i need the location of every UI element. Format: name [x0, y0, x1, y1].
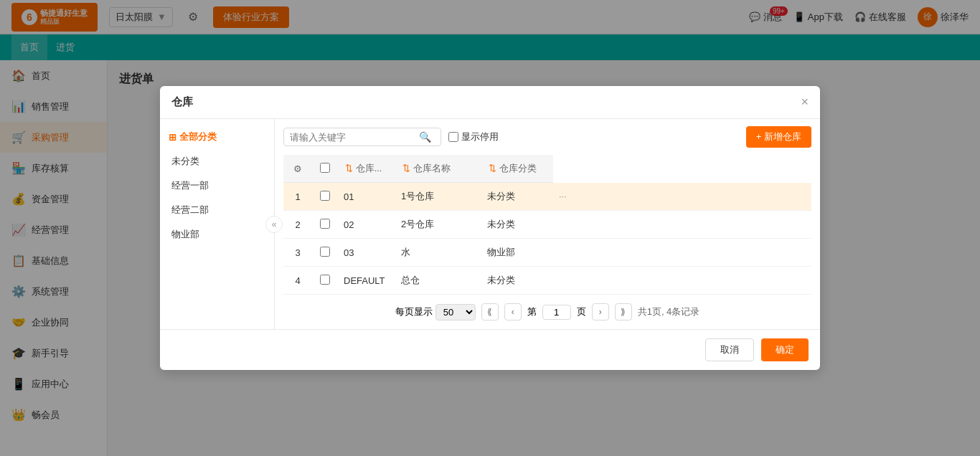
grid-icon: ⊞: [169, 132, 176, 143]
show-disabled-checkbox[interactable]: [448, 132, 458, 142]
row-more-2[interactable]: [553, 211, 811, 239]
row-checkbox-2[interactable]: [320, 219, 330, 229]
add-warehouse-button[interactable]: + 新增仓库: [746, 126, 811, 148]
table-row[interactable]: 2 02 2号仓库 未分类: [283, 211, 811, 239]
search-icon[interactable]: 🔍: [419, 131, 431, 143]
table-row[interactable]: 3 03 水 物业部: [283, 239, 811, 267]
row-gear-1: 1: [283, 183, 312, 211]
select-all-checkbox[interactable]: [320, 163, 330, 173]
row-id-3: 03: [338, 239, 395, 267]
category-panel: ⊞ 全部分类 未分类 经营一部 经营二部 物业部 «: [160, 119, 275, 329]
row-check-1[interactable]: [312, 183, 338, 211]
row-more-1[interactable]: ···: [553, 183, 811, 211]
row-more-3[interactable]: [553, 239, 811, 267]
warehouse-table-body: 1 01 1号仓库 未分类 ··· 2: [283, 183, 811, 295]
per-page-select[interactable]: 50 100: [435, 304, 476, 320]
row-checkbox-4[interactable]: [320, 275, 330, 285]
row-name-1: 1号仓库: [395, 183, 481, 211]
row-cat-2: 未分类: [481, 211, 553, 239]
row-cat-4: 未分类: [481, 267, 553, 295]
modal-overlay: 仓库 × ⊞ 全部分类 未分类 经营一部 经营二部 物业部 «: [0, 0, 980, 456]
modal-header: 仓库 ×: [160, 86, 820, 119]
row-more-4[interactable]: [553, 267, 811, 295]
cancel-button[interactable]: 取消: [705, 338, 754, 361]
modal-body: ⊞ 全部分类 未分类 经营一部 经营二部 物业部 « 🔍: [160, 119, 820, 329]
row-check-3[interactable]: [312, 239, 338, 267]
row-checkbox-3[interactable]: [320, 247, 330, 257]
row-id-2: 02: [338, 211, 395, 239]
th-cat: ⇅ 仓库分类: [481, 155, 553, 183]
row-id-4: DEFAULT: [338, 267, 395, 295]
confirm-button[interactable]: 确定: [761, 338, 809, 361]
row-checkbox-1[interactable]: [320, 191, 330, 201]
table-toolbar: 🔍 显示停用 + 新增仓库: [275, 119, 820, 155]
sort-cat-icon: ⇅: [489, 163, 496, 174]
row-check-4[interactable]: [312, 267, 338, 295]
modal-title: 仓库: [171, 95, 193, 109]
search-box[interactable]: 🔍: [283, 128, 441, 146]
row-cat-1: 未分类: [481, 183, 553, 211]
show-disabled-text: 显示停用: [461, 130, 499, 143]
sort-icon: ⇅: [345, 163, 353, 174]
row-cat-3: 物业部: [481, 239, 553, 267]
table-row[interactable]: 1 01 1号仓库 未分类 ···: [283, 183, 811, 211]
row-check-2[interactable]: [312, 211, 338, 239]
per-page-label: 每页显示: [395, 305, 433, 318]
category-all-label: 全部分类: [179, 130, 217, 143]
next-page-button[interactable]: ›: [592, 303, 609, 320]
th-id-label: 仓库...: [356, 163, 382, 174]
category-ops1[interactable]: 经营一部: [160, 174, 274, 198]
show-disabled-label[interactable]: 显示停用: [448, 130, 499, 143]
table-header-row: ⚙ ⇅ 仓库... ⇅: [283, 155, 811, 183]
last-page-button[interactable]: ⟫: [615, 303, 632, 320]
modal-close-button[interactable]: ×: [801, 95, 809, 110]
warehouse-table: ⚙ ⇅ 仓库... ⇅: [283, 155, 811, 295]
collapse-panel-button[interactable]: «: [265, 216, 283, 233]
content-panel: 🔍 显示停用 + 新增仓库 ⚙: [275, 119, 820, 329]
th-gear: ⚙: [283, 155, 312, 183]
sort-name-icon: ⇅: [402, 163, 410, 174]
category-all[interactable]: ⊞ 全部分类: [160, 125, 274, 149]
th-name: ⇅ 仓库名称: [395, 155, 481, 183]
row-name-3: 水: [395, 239, 481, 267]
page-input[interactable]: [542, 305, 571, 320]
row-gear-3: 3: [283, 239, 312, 267]
search-input[interactable]: [290, 132, 419, 143]
prev-page-button[interactable]: ‹: [504, 303, 522, 320]
pagination: 每页显示 50 100 ⟪ ‹ 第 页 › ⟫ 共1页, 4条记录: [275, 295, 820, 329]
row-name-2: 2号仓库: [395, 211, 481, 239]
total-info: 共1页, 4条记录: [638, 305, 700, 318]
category-unclassified[interactable]: 未分类: [160, 149, 274, 174]
category-property[interactable]: 物业部: [160, 222, 274, 247]
row-name-4: 总仓: [395, 267, 481, 295]
page-unit-label: 页: [577, 305, 586, 318]
first-page-button[interactable]: ⟪: [481, 303, 499, 320]
th-name-label: 仓库名称: [413, 163, 451, 174]
row-gear-4: 4: [283, 267, 312, 295]
th-check: [312, 155, 338, 183]
th-cat-label: 仓库分类: [499, 163, 537, 174]
row-gear-2: 2: [283, 211, 312, 239]
modal-footer: 取消 确定: [160, 329, 820, 370]
warehouse-table-wrap: ⚙ ⇅ 仓库... ⇅: [275, 155, 820, 295]
page-label: 第: [527, 305, 537, 318]
category-ops2[interactable]: 经营二部: [160, 198, 274, 222]
warehouse-modal: 仓库 × ⊞ 全部分类 未分类 经营一部 经营二部 物业部 «: [160, 86, 820, 370]
th-id: ⇅ 仓库...: [338, 155, 395, 183]
per-page-control: 每页显示 50 100: [395, 304, 476, 320]
table-row[interactable]: 4 DEFAULT 总仓 未分类: [283, 267, 811, 295]
row-id-1: 01: [338, 183, 395, 211]
gear-icon: ⚙: [293, 163, 302, 174]
